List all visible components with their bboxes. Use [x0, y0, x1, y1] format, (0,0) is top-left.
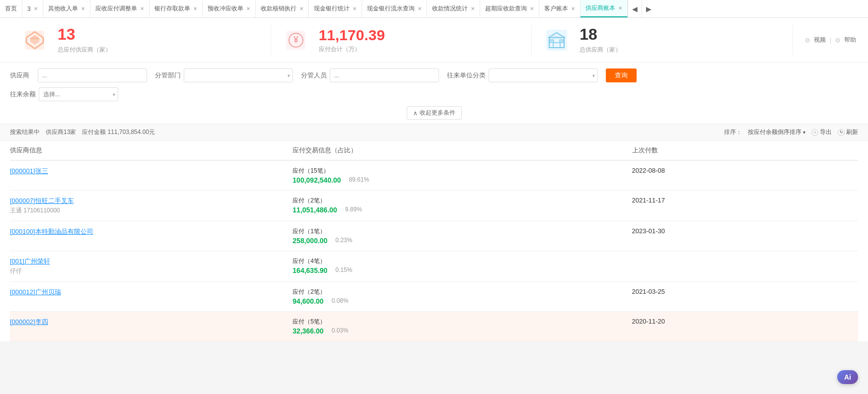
nav-tab-receipt-stat[interactable]: 收款情况统计 ✕: [427, 0, 480, 17]
dept-filter-input[interactable]: [184, 68, 293, 82]
nav-tab-cash-bank-stat[interactable]: 现金银行统计 ✕: [309, 0, 362, 17]
transaction-cell-000002: 应付（5笔） 32,366.00 0.03%: [292, 318, 632, 335]
query-button[interactable]: 查询: [606, 68, 637, 82]
nav-tab-cash-bank-flow-label: 现金银行流水查询: [367, 4, 415, 13]
transaction-amount-000100[interactable]: 258,000.00: [292, 237, 327, 245]
transaction-row-000100: 258,000.00 0.23%: [292, 236, 632, 245]
transaction-amount-000012[interactable]: 94,600.00: [292, 297, 323, 305]
supplier-name-000100[interactable]: [000100]本特勤油品有限公司: [10, 227, 292, 236]
result-bar-left: 搜索结果中 供应商13家 应付金额 111,703,854.00元: [10, 128, 155, 136]
nav-tab-supplier-book[interactable]: 供应商账本 ✕: [580, 0, 628, 17]
nav-tab-other-income[interactable]: 其他收入单 ✕: [43, 0, 90, 17]
last-pay-date-000012: 2021-03-25: [632, 288, 665, 295]
transaction-row-000001: 100,092,540.00 89.61%: [292, 175, 632, 184]
supplier-cell-001: [001]广州荣轩 仔仔: [10, 257, 292, 275]
collapse-row: ∧ 收起更多条件: [10, 106, 858, 120]
collapse-up-icon: ∧: [413, 110, 418, 117]
transaction-amount-000002[interactable]: 32,366.00: [292, 327, 323, 335]
export-button[interactable]: ○ 导出: [811, 128, 832, 136]
result-bar-right: 排序： 按应付余额倒序排序 ▾ ○ 导出 ↻ 刷新: [724, 128, 858, 136]
transaction-amount-000007[interactable]: 11,051,486.00: [292, 206, 337, 214]
nav-tab-receipt-stat-close[interactable]: ✕: [471, 6, 475, 11]
sort-selector[interactable]: 按应付余额倒序排序 ▾: [748, 128, 805, 136]
nav-tab-customer-book[interactable]: 客户账本 ✕: [539, 0, 580, 17]
last-pay-date-000001: 2022-08-08: [632, 167, 665, 174]
supplier-sub-000007: 王通 17106110000: [10, 206, 292, 215]
nav-tab-ar-ap-adjust-close[interactable]: ✕: [140, 6, 144, 11]
collapse-button[interactable]: ∧ 收起更多条件: [407, 106, 462, 120]
balance-filter-input[interactable]: [39, 87, 118, 101]
refresh-button[interactable]: ↻ 刷新: [838, 128, 858, 136]
transaction-cell-000100: 应付（1笔） 258,000.00 0.23%: [292, 227, 632, 245]
table-row: [000002]李四 应付（5笔） 32,366.00 0.03% 2020-1…: [10, 312, 858, 341]
supplier-count-text: 供应商13家: [46, 128, 76, 136]
transaction-amount-000001[interactable]: 100,092,540.00: [292, 176, 341, 184]
nav-next-arrow[interactable]: ▶: [642, 0, 655, 17]
last-pay-cell-000002: 2020-11-20: [632, 318, 858, 325]
transaction-cell-000001: 应付（15笔） 100,092,540.00 89.61%: [292, 167, 632, 184]
supplier-cell-000001: [000001]张三: [10, 167, 292, 176]
ap-amount-label: 应付合计（万）: [319, 45, 385, 54]
supplier-filter-input[interactable]: [38, 68, 147, 82]
top-navigation: 首页 3 ✕ 其他收入单 ✕ 应收应付调整单 ✕ 银行存取款单 ✕ 预收冲应收单…: [0, 0, 868, 18]
nav-tab-customer-book-close[interactable]: ✕: [571, 6, 575, 11]
transaction-cell-000012: 应付（2笔） 94,600.00 0.08%: [292, 288, 632, 305]
nav-tab-other-income-close[interactable]: ✕: [81, 6, 85, 11]
ap-suppliers-number: 13: [58, 26, 111, 43]
nav-tab-receipt-verify-close[interactable]: ✕: [299, 6, 303, 11]
person-filter-input[interactable]: [330, 68, 439, 82]
ap-amount-info: 11,170.39 应付合计（万）: [319, 27, 385, 54]
nav-tab-cash-bank-stat-close[interactable]: ✕: [353, 6, 357, 11]
filter-area: 供应商 分管部门 ▾ 分管人员 往来单位分类 ▾ 查询: [0, 63, 868, 124]
nav-tab-bank-deposit-close[interactable]: ✕: [193, 6, 197, 11]
filter-supplier: 供应商: [10, 68, 147, 82]
export-label: 导出: [820, 128, 832, 136]
transaction-label-000002: 应付（5笔）: [292, 318, 632, 326]
transaction-percent-000100: 0.23%: [335, 237, 352, 244]
refresh-icon: ↻: [838, 129, 845, 136]
nav-prev-arrow[interactable]: ◀: [628, 0, 642, 17]
nav-tab-home[interactable]: 首页: [0, 0, 22, 17]
total-suppliers-number: 18: [579, 26, 621, 43]
help-link[interactable]: 帮助: [844, 36, 856, 44]
nav-tab-prepay-ar-close[interactable]: ✕: [246, 6, 250, 11]
category-filter-input[interactable]: [489, 68, 598, 82]
transaction-label-000001: 应付（15笔）: [292, 167, 632, 175]
nav-tab-overdue-ar[interactable]: 超期应收款查询 ✕: [480, 0, 539, 17]
nav-tab-3-close[interactable]: ✕: [34, 6, 38, 11]
transaction-amount-001[interactable]: 164,635.90: [292, 266, 327, 274]
supplier-name-001[interactable]: [001]广州荣轩: [10, 257, 292, 266]
nav-tab-bank-deposit[interactable]: 银行存取款单 ✕: [149, 0, 203, 17]
col-header-transaction: 应付交易信息（占比）: [292, 146, 632, 155]
nav-tab-bank-deposit-label: 银行存取款单: [154, 4, 190, 13]
supplier-name-000012[interactable]: [000012]广州贝瑞: [10, 288, 292, 297]
nav-tab-ar-ap-adjust[interactable]: 应收应付调整单 ✕: [90, 0, 149, 17]
balance-select-wrap: ▾: [39, 87, 118, 101]
supplier-name-000007[interactable]: [000007]恒旺二手叉车: [10, 197, 292, 205]
balance-filter-label: 往来余额: [10, 90, 36, 99]
nav-tab-supplier-book-close[interactable]: ✕: [618, 5, 622, 11]
filter-row-2: 往来余额 ▾: [10, 87, 858, 101]
total-suppliers-label: 总供应商（家）: [579, 46, 621, 54]
nav-tab-cash-bank-flow[interactable]: 现金银行流水查询 ✕: [362, 0, 427, 17]
supplier-name-000002[interactable]: [000002]李四: [10, 318, 292, 327]
col-header-supplier: 供应商信息: [10, 146, 292, 155]
nav-tab-receipt-verify[interactable]: 收款核销执行 ✕: [256, 0, 309, 17]
ai-badge[interactable]: Ai: [837, 370, 858, 384]
supplier-name-000001[interactable]: [000001]张三: [10, 167, 292, 176]
transaction-label-001: 应付（4笔）: [292, 257, 632, 265]
nav-tab-cash-bank-flow-close[interactable]: ✕: [418, 6, 422, 11]
video-link[interactable]: 视频: [814, 36, 826, 44]
nav-tab-3[interactable]: 3 ✕: [22, 0, 43, 17]
nav-tab-customer-book-label: 客户账本: [544, 4, 568, 13]
category-select-wrap: ▾: [489, 68, 598, 82]
col-header-last-pay: 上次付数: [632, 146, 858, 155]
supplier-sub-001: 仔仔: [10, 267, 292, 275]
nav-tab-overdue-ar-label: 超期应收款查询: [485, 4, 527, 13]
transaction-label-000100: 应付（1笔）: [292, 227, 632, 236]
supplier-cell-000100: [000100]本特勤油品有限公司: [10, 227, 292, 236]
nav-tab-prepay-ar[interactable]: 预收冲应收单 ✕: [203, 0, 256, 17]
supplier-cell-000012: [000012]广州贝瑞: [10, 288, 292, 297]
nav-tab-overdue-ar-close[interactable]: ✕: [530, 6, 534, 11]
nav-tab-home-label: 首页: [5, 4, 17, 13]
